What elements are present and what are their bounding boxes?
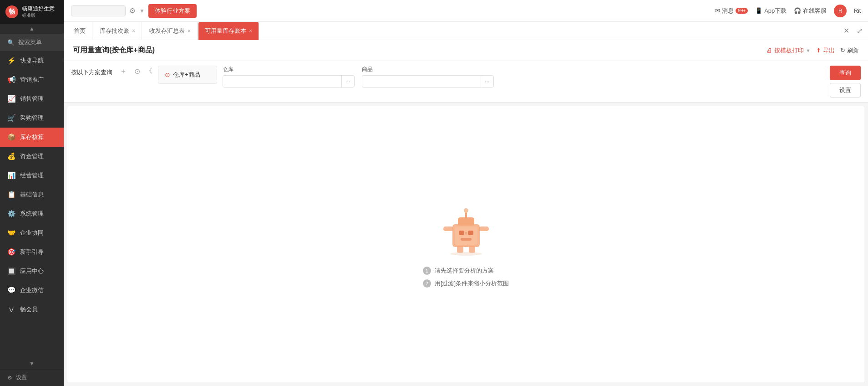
sidebar-footer[interactable]: ⚙ 设置 <box>0 369 64 386</box>
sidebar-item-guide[interactable]: 🎯 新手引导 <box>0 242 64 262</box>
goods-input[interactable] <box>362 76 481 87</box>
page-header-actions: 🖨 按模板打印 ▼ ⬆ 导出 ↻ 刷新 <box>766 46 859 55</box>
sidebar-item-purchase[interactable]: 🛒 采购管理 <box>0 108 64 128</box>
sidebar-item-label: 企业微信 <box>20 286 44 294</box>
warehouse-field-label: 仓库 <box>223 66 355 73</box>
tab-batch-ledger-close[interactable]: × <box>132 28 135 34</box>
tab-batch-ledger[interactable]: 库存批次账 × <box>93 22 142 40</box>
refresh-button[interactable]: ↻ 刷新 <box>840 46 859 55</box>
filter-settings-button[interactable]: 设置 <box>830 83 861 98</box>
sidebar-header: 畅 畅康通好生意 标准版 <box>0 0 64 24</box>
tab-available-ledger-close[interactable]: × <box>249 28 252 34</box>
message-button[interactable]: ✉ 消息 99+ <box>715 7 748 15</box>
filter-label: 按以下方案查询 <box>71 66 112 77</box>
sidebar-item-label: 应用中心 <box>20 267 44 275</box>
filter-scheme-panel: ⊙ 仓库+商品 <box>158 66 217 84</box>
breadcrumb-input[interactable] <box>71 5 126 16</box>
sidebar-item-label: 畅会员 <box>20 305 38 314</box>
close-all-tabs-button[interactable]: ✕ <box>842 25 851 37</box>
sidebar-item-enterprise[interactable]: 🤝 企业协同 <box>0 223 64 242</box>
print-label: 按模板打印 <box>774 46 804 55</box>
enterprise-icon: 🤝 <box>7 229 15 237</box>
goods-field: 商品 ··· <box>362 66 494 87</box>
warehouse-more-button[interactable]: ··· <box>341 76 354 87</box>
sidebar-item-app-center[interactable]: 🔲 应用中心 <box>0 262 64 281</box>
warehouse-field: 仓库 ··· <box>223 66 355 87</box>
sidebar: 畅 畅康通好生意 标准版 ▲ 🔍 搜索菜单 ⚡ 快捷导航 📢 营销推广 📈 销售… <box>0 0 64 386</box>
expand-tab-button[interactable]: ⤢ <box>855 25 864 37</box>
scheme-item-warehouse-goods[interactable]: ⊙ 仓库+商品 <box>162 69 213 81</box>
add-scheme-button[interactable]: ＋ <box>118 66 129 77</box>
search-icon: 🔍 <box>7 39 15 46</box>
sidebar-footer-label: 设置 <box>16 374 27 381</box>
settings-icon: ⚙ <box>7 375 12 381</box>
user-name[interactable]: Rit <box>854 8 861 14</box>
query-button[interactable]: 查询 <box>830 66 861 80</box>
svg-rect-1 <box>455 226 477 245</box>
sidebar-item-member[interactable]: V 畅会员 <box>0 300 64 319</box>
tab-receive-summary-close[interactable]: × <box>188 28 191 34</box>
filter-area: 按以下方案查询 ＋ ⊙ 《 ⊙ 仓库+商品 仓库 <box>64 61 868 103</box>
tab-receive-summary[interactable]: 收发存汇总表 × <box>143 22 198 40</box>
tab-available-ledger[interactable]: 可用量库存账本 × <box>198 22 259 40</box>
hint-num-2: 2 <box>423 279 431 288</box>
sidebar-search[interactable]: 🔍 搜索菜单 <box>0 34 64 51</box>
sidebar-scroll-up[interactable]: ▲ <box>0 24 64 34</box>
sidebar-item-label: 快捷导航 <box>20 57 44 65</box>
sidebar-scroll-down[interactable]: ▼ <box>0 359 64 369</box>
sidebar-item-label: 采购管理 <box>20 114 44 122</box>
app-download-button[interactable]: 📱 App下载 <box>755 7 787 15</box>
content-area: 可用量查询(按仓库+商品) 🖨 按模板打印 ▼ ⬆ 导出 ↻ 刷新 按以下方案 <box>64 40 868 386</box>
goods-input-wrapper: ··· <box>362 75 494 87</box>
basic-icon: 📋 <box>7 190 15 199</box>
avatar-initial: R <box>838 8 843 14</box>
sidebar-item-wechat[interactable]: 💬 企业微信 <box>0 281 64 300</box>
svg-point-7 <box>464 208 468 213</box>
sidebar-item-operation[interactable]: 📊 经营管理 <box>0 166 64 185</box>
print-button[interactable]: 🖨 按模板打印 ▼ <box>766 46 811 55</box>
svg-rect-5 <box>458 217 474 226</box>
inventory-icon: 📦 <box>7 133 15 141</box>
finance-icon: 💰 <box>7 152 15 160</box>
page-title: 可用量查询(按仓库+商品) <box>73 46 155 55</box>
sidebar-item-label: 基础信息 <box>20 190 44 199</box>
app-version: 标准版 <box>22 12 55 19</box>
tabs-bar: 首页 库存批次账 × 收发存汇总表 × 可用量库存账本 × ✕ ⤢ <box>64 22 868 40</box>
sidebar-item-basic[interactable]: 📋 基础信息 <box>0 185 64 204</box>
sidebar-item-inventory[interactable]: 📦 库存核算 <box>0 128 64 147</box>
edit-scheme-button[interactable]: ⊙ <box>132 66 142 77</box>
message-icon: ✉ <box>715 7 720 14</box>
svg-rect-11 <box>469 246 475 253</box>
sidebar-menu: 🔍 搜索菜单 ⚡ 快捷导航 📢 营销推广 📈 销售管理 🛒 采购管理 📦 库存核… <box>0 34 64 359</box>
sidebar-item-label: 系统管理 <box>20 210 44 218</box>
avatar[interactable]: R <box>834 5 847 17</box>
service-icon: 🎧 <box>794 7 801 14</box>
goods-more-button[interactable]: ··· <box>481 76 493 87</box>
empty-text: 1 请先选择要分析的方案 2 用[过滤]条件来缩小分析范围 <box>423 267 509 288</box>
member-icon: V <box>7 305 15 314</box>
hint-text-1: 请先选择要分析的方案 <box>435 267 494 275</box>
tab-batch-ledger-label: 库存批次账 <box>100 27 129 35</box>
top-bar: ⚙ ▼ 体验行业方案 ✉ 消息 99+ 📱 App下载 🎧 在线客服 R Rit <box>64 0 868 22</box>
settings-gear-button[interactable]: ⚙ <box>129 6 136 15</box>
sidebar-item-marketing[interactable]: 📢 营销推广 <box>0 70 64 89</box>
marketing-icon: 📢 <box>7 76 15 84</box>
tab-home[interactable]: 首页 <box>67 22 92 40</box>
app-download-label: App下载 <box>764 7 787 15</box>
sidebar-item-sales[interactable]: 📈 销售管理 <box>0 89 64 108</box>
sidebar-item-label: 库存核算 <box>20 133 44 141</box>
collapse-button[interactable]: 《 <box>145 67 152 76</box>
warehouse-input[interactable] <box>223 76 341 87</box>
export-button[interactable]: ⬆ 导出 <box>816 46 835 55</box>
scheme-icon: ⊙ <box>165 71 170 78</box>
empty-illustration <box>439 201 493 257</box>
tab-home-label: 首页 <box>74 27 86 35</box>
svg-rect-3 <box>468 231 473 235</box>
sidebar-item-system[interactable]: ⚙️ 系统管理 <box>0 204 64 223</box>
industry-solution-button[interactable]: 体验行业方案 <box>148 4 197 18</box>
online-service-button[interactable]: 🎧 在线客服 <box>794 7 827 15</box>
sidebar-item-quick-nav[interactable]: ⚡ 快捷导航 <box>0 51 64 70</box>
sidebar-item-finance[interactable]: 💰 资金管理 <box>0 147 64 166</box>
quick-nav-icon: ⚡ <box>7 57 15 65</box>
print-dropdown-icon: ▼ <box>806 48 811 53</box>
